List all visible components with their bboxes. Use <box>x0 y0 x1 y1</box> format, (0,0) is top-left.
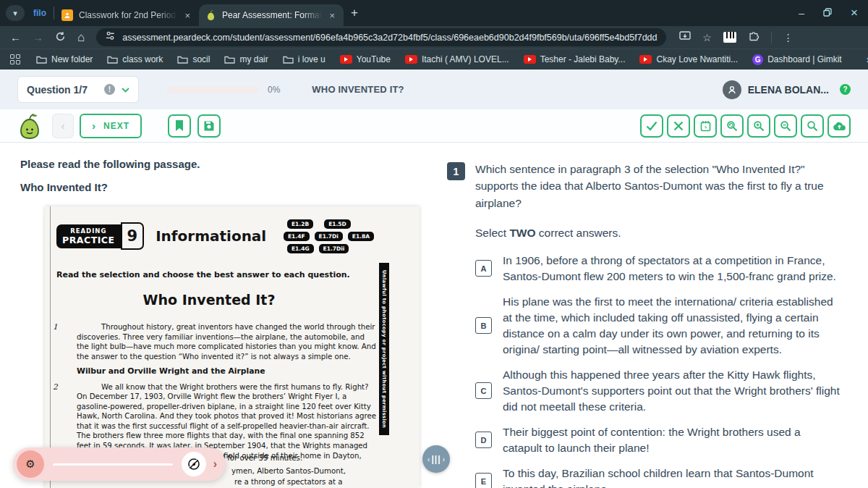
paragraph-number: 1 <box>51 322 77 361</box>
pinned-tab-filo[interactable]: filo <box>33 8 46 18</box>
option-letter[interactable]: D <box>475 432 492 448</box>
folder-icon <box>224 55 235 64</box>
bookmark-folder[interactable]: i love u <box>277 52 331 67</box>
bookmark-folder[interactable]: New folder <box>30 52 98 67</box>
youtube-icon <box>405 55 417 64</box>
selection-title: Who Invented It? <box>45 292 373 308</box>
bookmark-folder[interactable]: my dair <box>218 52 273 67</box>
chrome-menu-icon[interactable]: ⋮ <box>783 32 793 43</box>
guide-settings-button[interactable]: ⚙ <box>17 450 44 478</box>
answer-option-e[interactable]: E To this day, Brazilian school children… <box>475 466 842 488</box>
chevron-left-icon: ‹ <box>427 455 430 463</box>
zoom-out-button[interactable] <box>774 114 797 138</box>
standard-tag: E1.5D <box>324 219 351 229</box>
toolbar-right-icons: ☆ ⋮ <box>679 30 793 45</box>
passage-instruction: Please read the following passage. <box>20 158 200 170</box>
bookmark-folder[interactable]: class work <box>101 52 169 67</box>
option-letter[interactable]: A <box>475 260 492 277</box>
folder-icon <box>283 55 294 64</box>
option-letter[interactable]: E <box>475 473 492 488</box>
hide-guide-button[interactable] <box>182 452 206 476</box>
extensions-puzzle-icon[interactable] <box>748 30 760 45</box>
forward-icon[interactable]: → <box>33 31 43 43</box>
bookmark-star-icon[interactable]: ☆ <box>702 32 712 43</box>
select-instruction: Select TWO correct answers. <box>475 227 842 240</box>
question-selector[interactable]: Question 1/7 ! <box>17 76 139 103</box>
answer-option-a[interactable]: A In 1906, before a throng of spectators… <box>475 253 842 285</box>
copyright-sidebar: Unlawful to photocopy or project without… <box>379 263 389 435</box>
bookmarks-overflow-icon[interactable]: » <box>861 54 868 65</box>
avatar <box>723 80 741 99</box>
guide-slider[interactable] <box>53 463 173 466</box>
address-bar[interactable]: assessment.peardeck.com/student/assessme… <box>96 28 666 46</box>
youtube-icon <box>524 55 536 64</box>
option-text: Their biggest point of contention: the W… <box>503 424 842 456</box>
guide-expand-icon[interactable]: › <box>213 458 217 471</box>
close-tab-icon[interactable]: × <box>328 10 336 21</box>
chevron-right-icon: › <box>92 119 96 132</box>
progress-percent: 0% <box>268 85 280 95</box>
zoom-out-icon <box>780 120 791 132</box>
assessment-header: Question 1/7 ! 0% WHO INVENTED IT? ELENA… <box>0 70 868 109</box>
option-text: Although this happened three years after… <box>503 367 842 415</box>
next-question-button[interactable]: › NEXT <box>80 114 142 138</box>
restore-window-icon[interactable] <box>823 7 832 19</box>
answer-eliminator-cross-button[interactable] <box>667 114 690 138</box>
tab-title: Pear Assessment: Formative a <box>222 10 322 20</box>
tab-pear-assessment[interactable]: Pear Assessment: Formative a × <box>199 4 344 26</box>
scratchpad-button[interactable] <box>694 114 717 138</box>
previous-question-button[interactable]: ‹ <box>52 114 74 138</box>
save-snapshot-button[interactable] <box>197 114 221 138</box>
apps-grid-icon[interactable] <box>10 54 20 64</box>
standard-tag: E1.2B <box>287 219 313 229</box>
reload-icon[interactable] <box>55 31 66 44</box>
zoom-reset-button[interactable] <box>720 114 744 138</box>
minimize-window-icon[interactable]: – <box>799 7 804 19</box>
answer-option-d[interactable]: D Their biggest point of contention: the… <box>475 424 842 456</box>
bookmark-youtube[interactable]: Tesher - Jalebi Baby... <box>518 52 631 67</box>
answer-option-b[interactable]: B His plane was the first to meet the in… <box>475 294 842 358</box>
home-icon[interactable]: ⌂ <box>77 30 85 45</box>
passage-fragment: ymen, Alberto Santos-Dumont, <box>231 467 346 475</box>
close-window-icon[interactable]: × <box>851 6 858 20</box>
alert-icon: ! <box>104 84 115 95</box>
site-settings-icon[interactable] <box>105 30 116 44</box>
bookmark-folder[interactable]: socil <box>171 52 216 67</box>
back-icon[interactable]: ← <box>10 31 21 43</box>
tab-classwork[interactable]: Classwork for 2nd Period: Engl × <box>54 4 199 26</box>
assessment-title: WHO INVENTED IT? <box>312 84 404 95</box>
option-letter[interactable]: B <box>475 317 492 334</box>
standard-tag: E1.4F <box>284 232 310 241</box>
paragraph-1: 1 Throughout history, great inventors ha… <box>51 322 376 361</box>
badge-reading: READING <box>62 227 115 235</box>
student-info[interactable]: ELENA BOLAN... ? <box>723 80 851 99</box>
bookmark-gimkit[interactable]: G Dashboard | Gimkit <box>746 52 848 67</box>
worksheet-category: Informational <box>156 227 266 245</box>
new-tab-button[interactable]: + <box>351 6 358 20</box>
folder-icon <box>107 55 118 64</box>
zoom-in-button[interactable] <box>747 114 770 138</box>
bookmark-youtube[interactable]: Ckay Love Nwantiti... <box>634 52 744 67</box>
upload-answers-button[interactable] <box>827 114 851 138</box>
install-app-icon[interactable] <box>679 31 691 44</box>
pear-favicon-icon <box>206 9 216 21</box>
reading-guide-overlay[interactable]: ⚙ › <box>13 447 226 481</box>
magnifier-icon <box>807 120 818 132</box>
bookmark-question-button[interactable] <box>168 114 191 138</box>
tab-search-button[interactable]: ▾ <box>6 5 25 21</box>
answer-option-c[interactable]: C Although this happened three years aft… <box>475 367 842 415</box>
answer-eliminator-check-button[interactable] <box>640 114 663 138</box>
close-tab-icon[interactable]: × <box>183 10 192 21</box>
bookmark-youtube[interactable]: YouTube <box>334 52 396 67</box>
piano-extension-icon[interactable] <box>723 32 736 43</box>
standard-tag: E1.7Di <box>315 232 343 241</box>
standards-tags: E1.2B E1.5D E1.4F E1.7Di E1.8A E1.4G E1.… <box>284 219 374 253</box>
bookmarks-bar: New folder class work socil my dair i lo… <box>0 49 868 70</box>
question-counter: Question 1/7 <box>27 84 88 96</box>
bookmark-youtube[interactable]: Itachi ( AMV) LOVEL... <box>399 52 515 67</box>
help-icon[interactable]: ? <box>840 84 851 95</box>
answer-options: A In 1906, before a throng of spectators… <box>475 253 842 488</box>
option-letter[interactable]: C <box>475 382 492 399</box>
magnifier-button[interactable] <box>801 114 824 138</box>
content-area: Please read the following passage. Who I… <box>0 143 868 488</box>
